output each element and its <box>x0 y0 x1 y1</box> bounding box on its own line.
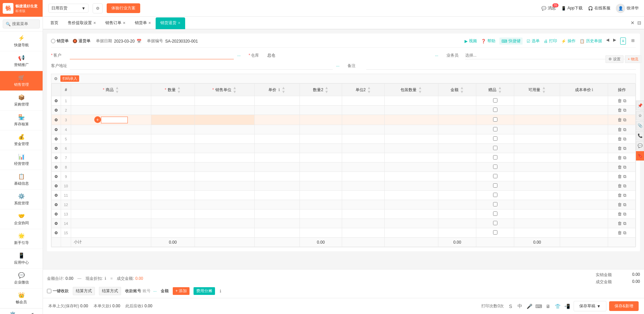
amount-cell[interactable] <box>438 219 476 228</box>
amount-cell[interactable] <box>438 200 476 209</box>
right-panel-btn-3[interactable]: 📎 <box>636 121 644 130</box>
qty2-cell[interactable] <box>300 96 342 106</box>
add-product-btn[interactable]: + <box>94 116 101 123</box>
customer-ellipsis-btn[interactable]: ··· <box>237 53 240 58</box>
row-gear-btn[interactable]: ⚙ <box>52 163 61 172</box>
one-click-collect-checkbox[interactable]: 一键收款 <box>47 288 69 294</box>
cost-price-cell[interactable] <box>560 125 608 134</box>
sales-unit-cell[interactable] <box>195 200 254 209</box>
row-gear-btn[interactable]: ⚙ <box>52 144 61 153</box>
gift-checkbox[interactable] <box>493 165 497 169</box>
cost-price-cell[interactable] <box>560 163 608 172</box>
unit2-cell[interactable] <box>342 115 384 125</box>
copy-row-btn[interactable]: ⧉ <box>623 155 626 161</box>
gift-cell[interactable] <box>476 106 514 115</box>
delete-row-btn[interactable]: 🗑 <box>618 127 622 132</box>
row-gear-btn[interactable]: ⚙ <box>52 172 61 181</box>
table-gear-btn[interactable]: ⚙ <box>54 76 58 81</box>
amount-cell[interactable] <box>438 134 476 144</box>
gift-checkbox[interactable] <box>493 174 497 178</box>
delete-row-btn[interactable]: 🗑 <box>618 146 622 151</box>
gift-cell[interactable] <box>476 200 514 209</box>
delete-row-btn[interactable]: 🗑 <box>618 117 622 123</box>
quantity-cell[interactable] <box>151 191 195 200</box>
toolbar-icon-6[interactable]: 👕 <box>553 302 561 310</box>
toolbar-icon-1[interactable]: S <box>506 302 515 310</box>
copy-row-btn[interactable]: ⧉ <box>623 146 626 151</box>
available-cell[interactable] <box>514 219 560 228</box>
right-panel-btn-6[interactable]: 🔖 <box>636 151 644 161</box>
sales-unit-cell[interactable] <box>195 115 254 125</box>
cost-price-cell[interactable] <box>560 228 608 238</box>
video-action[interactable]: ▶ 视频 <box>465 38 477 45</box>
gift-checkbox[interactable] <box>493 183 497 188</box>
gift-cell[interactable] <box>476 219 514 228</box>
gift-checkbox[interactable] <box>493 146 497 150</box>
amount-cell[interactable] <box>438 106 476 115</box>
delete-row-btn[interactable]: 🗑 <box>618 193 622 198</box>
sales-unit-cell[interactable] <box>195 106 254 115</box>
sales-unit-cell[interactable] <box>195 134 254 144</box>
history-action[interactable]: 📋 历史单据 <box>580 38 602 45</box>
product-cell[interactable] <box>71 200 151 209</box>
quantity-cell[interactable] <box>151 163 195 172</box>
pack-qty-cell[interactable] <box>384 228 438 238</box>
cost-price-cell[interactable] <box>560 172 608 181</box>
amount-cell[interactable] <box>438 153 476 163</box>
save-draft-button[interactable]: 保存草稿 ▼ <box>574 301 606 311</box>
copy-row-btn[interactable]: ⧉ <box>623 193 626 198</box>
sort-icon-amount[interactable]: ▲▼ <box>460 86 464 94</box>
sort-icon-product[interactable]: ▲▼ <box>115 86 119 94</box>
info-icon-unit-price[interactable]: ℹ <box>278 87 280 92</box>
cost-price-cell[interactable] <box>560 200 608 209</box>
available-cell[interactable] <box>514 163 560 172</box>
cost-price-cell[interactable] <box>560 219 608 228</box>
discount-info-icon[interactable]: ℹ <box>105 276 106 281</box>
product-cell[interactable] <box>71 209 151 219</box>
unit-price-cell[interactable] <box>254 181 300 191</box>
unit2-cell[interactable] <box>342 134 384 144</box>
gift-cell[interactable] <box>476 228 514 238</box>
qty2-cell[interactable] <box>300 181 342 191</box>
sort-icon-available[interactable]: ▲▼ <box>542 86 546 94</box>
gift-cell[interactable] <box>476 153 514 163</box>
user-profile[interactable]: 👤 徐泽华 <box>616 4 639 13</box>
tab-sales-order[interactable]: 销售订单 ✕ <box>101 17 130 29</box>
unit2-cell[interactable] <box>342 200 384 209</box>
row-gear-btn[interactable]: ⚙ <box>52 106 61 115</box>
copy-row-btn[interactable]: ⧉ <box>623 174 626 179</box>
tab-close-price-setting[interactable]: ✕ <box>93 21 96 25</box>
available-cell[interactable] <box>514 125 560 134</box>
unit-price-cell[interactable] <box>254 209 300 219</box>
pack-qty-cell[interactable] <box>384 191 438 200</box>
sort-icon-qty2[interactable]: ▲▼ <box>325 86 329 94</box>
unit-price-cell[interactable] <box>254 115 300 125</box>
unit-price-cell[interactable] <box>254 191 300 200</box>
sales-unit-cell[interactable] <box>195 209 254 219</box>
unit-price-cell[interactable] <box>254 153 300 163</box>
delete-row-btn[interactable]: 🗑 <box>618 108 622 113</box>
pack-qty-cell[interactable] <box>384 172 438 181</box>
gift-checkbox[interactable] <box>493 155 497 160</box>
customer-input[interactable] <box>70 52 234 59</box>
pack-qty-cell[interactable] <box>384 115 438 125</box>
settlement-method-btn[interactable]: 结算方式 <box>73 287 95 295</box>
gift-checkbox[interactable] <box>493 117 497 122</box>
history-prev-btn[interactable]: ◀ <box>606 38 609 45</box>
gift-cell[interactable] <box>476 144 514 153</box>
quantity-cell[interactable] <box>151 134 195 144</box>
receivable-info-icon[interactable]: ℹ <box>142 304 143 308</box>
sidebar-item-shortcut[interactable]: ⚡ 快捷导航 <box>0 32 43 51</box>
settings-btn[interactable]: ⚙ 设置 <box>605 55 623 63</box>
settings-bottom-btn[interactable]: ⚙️ <box>9 311 16 314</box>
unit2-cell[interactable] <box>342 106 384 115</box>
qty2-cell[interactable] <box>300 200 342 209</box>
gift-checkbox[interactable] <box>493 221 497 225</box>
qty2-cell[interactable] <box>300 115 342 125</box>
product-cell[interactable] <box>71 228 151 238</box>
copy-row-btn[interactable]: ⧉ <box>623 165 626 170</box>
copy-row-btn[interactable]: ⧉ <box>623 183 626 189</box>
gift-checkbox[interactable] <box>493 127 497 131</box>
unit-price-cell[interactable] <box>254 172 300 181</box>
toolbar-icon-2[interactable]: 中 <box>516 302 524 310</box>
